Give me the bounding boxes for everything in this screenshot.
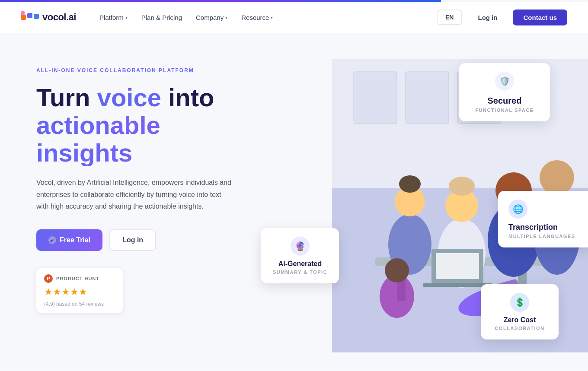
nav-platform[interactable]: Platform ▾ [93,10,134,25]
dollar-icon: 💲 [510,293,529,312]
hero-visual: 🛡️ Secured FUNCTIONAL SPACE 🔮 AI-Generat… [270,59,567,352]
login-button[interactable]: Log in [467,10,508,25]
hero-login-button[interactable]: Log in [109,229,156,251]
hero-actions: 🎤 Free Trial Log in [36,229,261,251]
zero-cost-subtitle: COLLABORATION [491,326,548,331]
ai-generated-card: 🔮 AI-Generated SUMMARY & TOPIC [261,228,339,283]
shield-icon: 🛡️ [495,72,514,91]
hero-description: Vocol, driven by Artificial Intelligence… [36,177,235,212]
chevron-down-icon: ▾ [125,15,128,20]
microphone-icon: 🎤 [48,236,56,244]
svg-rect-1 [21,11,25,15]
secured-card-subtitle: FUNCTIONAL SPACE [470,108,540,113]
ai-icon: 🔮 [291,237,310,256]
nav-pricing-label: Plan & Pricing [141,14,182,21]
nav-company-label: Company [196,14,224,21]
secured-card-title: Secured [470,96,540,106]
svg-rect-2 [27,13,32,18]
logo-icon [21,11,39,23]
svg-point-15 [399,175,421,193]
svg-rect-0 [21,15,26,20]
ph-rating: (4.9) based on 54 reviews [44,301,115,307]
svg-point-18 [449,177,475,196]
translate-icon: 🌐 [508,200,527,219]
free-trial-label: Free Trial [60,236,90,244]
product-hunt-badge: P PRODUCT HUNT ★★★★★ (4.9) based on 54 r… [36,268,123,313]
zero-cost-card: 💲 Zero Cost COLLABORATION [481,284,559,339]
ai-card-subtitle: SUMMARY & TOPIC [272,270,329,275]
navbar: vocol.ai Platform ▾ Plan & Pricing Compa… [0,2,588,33]
ai-card-title: AI-Generated [272,260,329,268]
svg-rect-24 [436,253,479,279]
ph-label: PRODUCT HUNT [56,276,99,281]
ph-header: P PRODUCT HUNT [44,274,115,283]
secured-card: 🛡️ Secured FUNCTIONAL SPACE [459,63,550,121]
svg-rect-3 [34,14,39,19]
nav-platform-label: Platform [99,14,124,21]
transcription-card: 🌐 Transcription MULTIPLE LANGUAGES [498,191,588,247]
svg-rect-8 [406,72,449,124]
hero-content: ALL-IN-ONE VOICE COLLABORATION PLATFORM … [36,59,261,313]
svg-point-27 [385,258,409,282]
svg-rect-7 [354,72,397,124]
language-button[interactable]: EN [437,10,462,25]
nav-pricing[interactable]: Plan & Pricing [135,10,188,25]
logo-text: vocol.ai [42,12,76,23]
zero-cost-title: Zero Cost [491,316,548,324]
eyebrow-text: ALL-IN-ONE VOICE COLLABORATION PLATFORM [36,67,261,73]
navbar-right: EN Log in Contact us [437,10,567,25]
ph-stars: ★★★★★ [44,286,115,298]
transcription-card-title: Transcription [508,223,583,232]
hero-section: ALL-IN-ONE VOICE COLLABORATION PLATFORM … [0,33,588,370]
product-hunt-logo: P [44,274,53,283]
contact-button[interactable]: Contact us [513,10,567,25]
chevron-down-icon-2: ▾ [225,15,227,20]
hero-title: Turn voice intoactionable insights [36,84,261,166]
free-trial-button[interactable]: 🎤 Free Trial [36,229,102,251]
svg-point-22 [540,160,574,195]
chevron-down-icon-3: ▾ [271,15,273,20]
nav-company[interactable]: Company ▾ [190,10,233,25]
transcription-card-subtitle: MULTIPLE LANGUAGES [508,234,583,239]
nav-links: Platform ▾ Plan & Pricing Company ▾ Reso… [93,10,279,25]
logo[interactable]: vocol.ai [21,11,76,23]
nav-resource-label: Resource [241,14,269,21]
nav-resource[interactable]: Resource ▾ [235,10,279,25]
navbar-left: vocol.ai Platform ▾ Plan & Pricing Compa… [21,10,279,25]
